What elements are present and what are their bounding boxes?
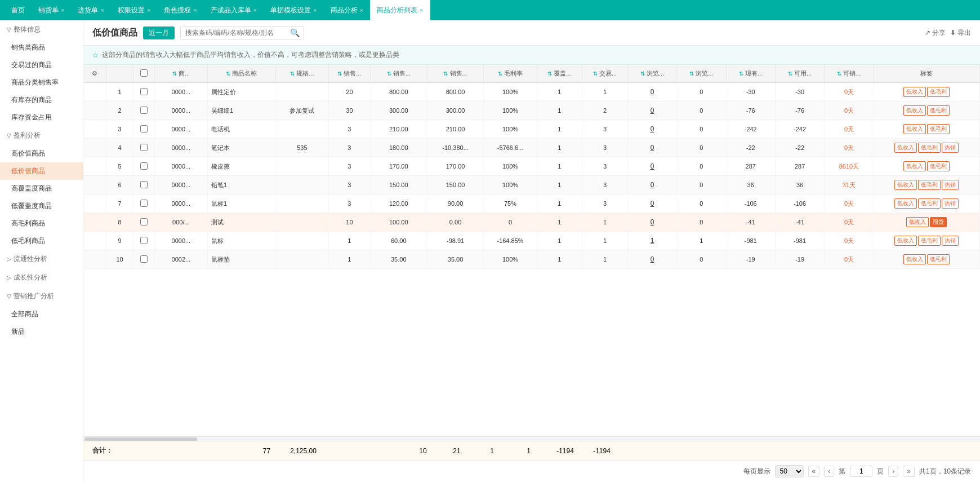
settings-col-header[interactable]: ⚙ — [83, 65, 106, 83]
row-name[interactable]: 笔记本 — [207, 139, 275, 157]
nav-permission-setting[interactable]: 权限设置 × — [111, 0, 157, 20]
sidebar-section-liquidity[interactable]: ▷ 流通性分析 — [0, 250, 83, 268]
stock-col-header[interactable]: ⇅ 现有... — [726, 65, 775, 83]
sidebar-section-overview[interactable]: ▽ 整体信息 — [0, 20, 83, 39]
nav-product-analysis-list[interactable]: 商品分析列表 × — [370, 0, 430, 20]
row-checkbox[interactable] — [133, 176, 155, 194]
view1-link[interactable]: 0 — [651, 200, 654, 207]
close-icon[interactable]: × — [253, 7, 257, 14]
row-checkbox[interactable] — [133, 101, 155, 120]
sidebar-section-profit[interactable]: ▽ 盈利分析 — [0, 126, 83, 145]
row-checkbox[interactable] — [133, 120, 155, 139]
row-view1[interactable]: 0 — [627, 194, 676, 213]
spec-col-header[interactable]: ⇅ 规格... — [275, 65, 328, 83]
row-select-checkbox[interactable] — [140, 237, 148, 244]
sidebar-item-high-value[interactable]: 高价值商品 — [0, 145, 83, 162]
row-view1[interactable]: 0 — [627, 176, 676, 194]
row-name[interactable]: 橡皮擦 — [207, 157, 275, 176]
sidebar-section-marketing[interactable]: ▽ 营销推广分析 — [0, 287, 83, 306]
view1-link[interactable]: 1 — [651, 237, 654, 245]
sidebar-item-low-coverage[interactable]: 低覆盖度商品 — [0, 197, 83, 215]
row-select-checkbox[interactable] — [140, 125, 148, 132]
nav-purchase-order[interactable]: 进货单 × — [71, 0, 110, 20]
sidebar-item-low-value[interactable]: 低价值商品 — [0, 162, 83, 180]
nav-home[interactable]: 首页 — [5, 0, 32, 20]
row-name[interactable]: 鼠标垫 — [207, 250, 275, 269]
search-icon[interactable]: 🔍 — [290, 28, 300, 37]
close-icon[interactable]: × — [100, 7, 104, 14]
horizontal-scrollbar[interactable] — [83, 436, 980, 441]
trade-col-header[interactable]: ⇅ 交易... — [582, 65, 628, 83]
per-page-select[interactable]: 50 20 100 — [775, 465, 804, 477]
nav-role-auth[interactable]: 角色授权 × — [157, 0, 203, 20]
row-select-checkbox[interactable] — [140, 255, 148, 263]
close-icon[interactable]: × — [61, 7, 64, 14]
sidebar-item-traded-goods[interactable]: 交易过的商品 — [0, 56, 83, 74]
sidebar-item-category-sales-rate[interactable]: 商品分类销售率 — [0, 74, 83, 91]
row-checkbox[interactable] — [133, 139, 155, 157]
row-view1[interactable]: 0 — [627, 213, 676, 232]
select-all-checkbox[interactable] — [140, 69, 148, 77]
row-settings[interactable] — [83, 176, 106, 194]
row-select-checkbox[interactable] — [140, 218, 148, 225]
row-view1[interactable]: 0 — [627, 120, 676, 139]
nav-product-inbound[interactable]: 产成品入库单 × — [204, 0, 264, 20]
view1-link[interactable]: 0 — [651, 144, 654, 152]
row-select-checkbox[interactable] — [140, 88, 148, 95]
row-select-checkbox[interactable] — [140, 107, 148, 114]
sidebar-item-inventory-capital[interactable]: 库存资金占用 — [0, 109, 83, 126]
row-settings[interactable] — [83, 250, 106, 269]
row-view1[interactable]: 1 — [627, 232, 676, 250]
row-checkbox[interactable] — [133, 232, 155, 250]
row-checkbox[interactable] — [133, 157, 155, 176]
row-settings[interactable] — [83, 194, 106, 213]
row-name[interactable]: 鼠标1 — [207, 194, 275, 213]
sidebar-item-high-margin[interactable]: 高毛利商品 — [0, 215, 83, 232]
nav-product-analysis[interactable]: 商品分析 × — [324, 0, 370, 20]
next-page-button[interactable]: › — [888, 466, 898, 477]
sales-qty-col-header[interactable]: ⇅ 销售... — [328, 65, 370, 83]
sales-cost-col-header[interactable]: ⇅ 销售... — [427, 65, 484, 83]
scroll-thumb[interactable] — [84, 437, 197, 441]
row-settings[interactable] — [83, 232, 106, 250]
view1-link[interactable]: 0 — [651, 88, 654, 96]
row-checkbox[interactable] — [133, 83, 155, 101]
last-page-button[interactable]: » — [903, 466, 915, 477]
view1-link[interactable]: 0 — [651, 218, 654, 226]
row-checkbox[interactable] — [133, 250, 155, 269]
sidebar-item-new-goods[interactable]: 新品 — [0, 323, 83, 341]
row-settings[interactable] — [83, 139, 106, 157]
row-view1[interactable]: 0 — [627, 83, 676, 101]
close-icon[interactable]: × — [420, 7, 423, 14]
close-icon[interactable]: × — [147, 7, 150, 14]
share-button[interactable]: ↗ 分享 — [925, 28, 946, 38]
name-col-header[interactable]: ⇅ 商品名称 — [207, 65, 275, 83]
close-icon[interactable]: × — [193, 7, 197, 14]
row-checkbox[interactable] — [133, 194, 155, 213]
sales-amt-col-header[interactable]: ⇅ 销售... — [370, 65, 427, 83]
cover-col-header[interactable]: ⇅ 覆盖... — [537, 65, 582, 83]
checkbox-col-header[interactable] — [133, 65, 155, 83]
row-name[interactable]: 属性定价 — [207, 83, 275, 101]
row-settings[interactable] — [83, 213, 106, 232]
view1-link[interactable]: 0 — [651, 125, 654, 133]
row-view1[interactable]: 0 — [627, 250, 676, 269]
row-name[interactable]: 鼠标 — [207, 232, 275, 250]
view1-link[interactable]: 0 — [651, 107, 654, 114]
row-settings[interactable] — [83, 157, 106, 176]
prev-page-button[interactable]: ‹ — [824, 466, 834, 477]
row-select-checkbox[interactable] — [140, 181, 148, 188]
nav-sales-order[interactable]: 销货单 × — [32, 0, 71, 20]
sidebar-item-high-coverage[interactable]: 高覆盖度商品 — [0, 180, 83, 197]
avail-col-header[interactable]: ⇅ 可用... — [775, 65, 824, 83]
view1-link[interactable]: 0 — [651, 181, 654, 189]
row-name[interactable]: 测试 — [207, 213, 275, 232]
search-input[interactable] — [180, 26, 304, 39]
period-button[interactable]: 近一月 — [143, 26, 175, 39]
row-select-checkbox[interactable] — [140, 200, 148, 207]
row-checkbox[interactable] — [133, 213, 155, 232]
row-settings[interactable] — [83, 101, 106, 120]
row-name[interactable]: 电话机 — [207, 120, 275, 139]
sale-col-header[interactable]: ⇅ 可销... — [825, 65, 874, 83]
sidebar-section-growth[interactable]: ▷ 成长性分析 — [0, 268, 83, 287]
